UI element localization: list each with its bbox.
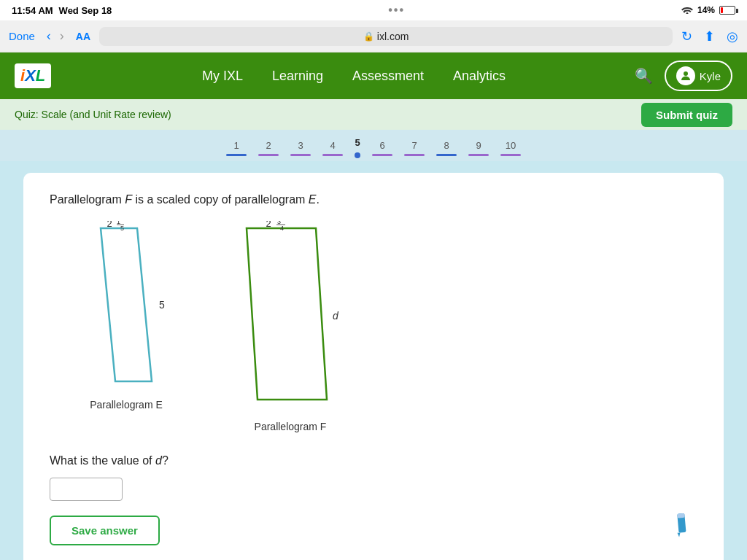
nav-right: 🔍 Kyle: [635, 61, 732, 91]
progress-item-2[interactable]: 2: [258, 140, 279, 156]
logo-x: X: [25, 66, 36, 85]
progress-num-9: 9: [476, 140, 481, 151]
compass-button[interactable]: ◎: [727, 28, 738, 44]
submit-quiz-button[interactable]: Submit quiz: [641, 103, 732, 127]
svg-text:4: 4: [280, 225, 284, 232]
progress-num-2: 2: [266, 140, 271, 151]
progress-num-1: 1: [233, 140, 239, 151]
date-display: Wed Sep 18: [59, 5, 112, 16]
reload-button[interactable]: ↻: [681, 28, 692, 44]
progress-num-8: 8: [444, 140, 449, 151]
parallelogram-f-label: Parallelogram F: [255, 421, 327, 432]
progress-item-5[interactable]: 5: [355, 137, 360, 158]
svg-marker-1: [101, 228, 152, 381]
svg-rect-15: [677, 513, 684, 518]
progress-num-3: 3: [298, 140, 303, 151]
user-avatar: [676, 66, 695, 85]
sub-nav: Quiz: Scale (and Unit Rate review) Submi…: [0, 99, 747, 130]
url-bar[interactable]: 🔒 ixl.com: [99, 27, 673, 46]
svg-text:5: 5: [120, 225, 124, 232]
nav-analytics[interactable]: Analytics: [453, 69, 506, 84]
progress-item-7[interactable]: 7: [404, 140, 425, 156]
svg-marker-14: [678, 532, 681, 537]
user-menu-button[interactable]: Kyle: [665, 61, 732, 91]
battery-icon: [719, 6, 735, 15]
nav-bar: i X L My IXL Learning Assessment Analyti…: [0, 52, 747, 99]
progress-num-5: 5: [355, 137, 360, 148]
main-content: Parallelogram F is a scaled copy of para…: [0, 161, 747, 560]
battery-percent: 14%: [697, 5, 715, 15]
progress-num-7: 7: [411, 140, 417, 151]
progress-num-10: 10: [506, 140, 516, 151]
search-icon[interactable]: 🔍: [635, 67, 653, 85]
progress-item-10[interactable]: 10: [500, 140, 521, 156]
text-size-button[interactable]: AA: [76, 31, 90, 42]
diagram-f: 2 3 4 d Parallelogram F: [232, 221, 349, 432]
nav-learning[interactable]: Learning: [272, 69, 323, 84]
share-button[interactable]: ⬆: [704, 28, 715, 44]
back-button[interactable]: ‹: [44, 28, 54, 44]
diagram-e: 2 1 5 5 Parallelogram E: [79, 221, 174, 411]
answer-prompt: What is the value of d?: [50, 454, 697, 467]
question-statement: Parallelogram F is a scaled copy of para…: [50, 193, 697, 206]
nav-myixl[interactable]: My IXL: [202, 69, 243, 84]
done-button[interactable]: Done: [9, 30, 35, 42]
progress-num-4: 4: [330, 140, 335, 151]
wifi-icon: [681, 5, 693, 16]
progress-item-8[interactable]: 8: [436, 140, 457, 156]
parallelogram-e-svg: 2 1 5 5: [79, 221, 174, 392]
logo-l: L: [36, 66, 45, 85]
browser-bar: Done ‹ › AA 🔒 ixl.com ↻ ⬆ ◎: [0, 20, 747, 52]
progress-item-1[interactable]: 1: [226, 140, 247, 156]
svg-point-0: [684, 71, 688, 76]
progress-item-4[interactable]: 4: [322, 140, 343, 156]
answer-area: What is the value of d? Save answer: [50, 454, 697, 545]
ixl-logo[interactable]: i X L: [15, 63, 51, 88]
url-text: ixl.com: [377, 31, 409, 42]
progress-num-6: 6: [379, 140, 384, 151]
svg-text:2: 2: [107, 221, 112, 229]
browser-actions: ↻ ⬆ ◎: [681, 28, 738, 44]
progress-bar: 1 2 3 4 5 6 7 8 9 10: [0, 130, 747, 161]
parallelogram-e-label: Parallelogram E: [90, 399, 163, 411]
answer-input[interactable]: [50, 478, 123, 501]
progress-item-3[interactable]: 3: [290, 140, 311, 156]
quiz-title: Quiz: Scale (and Unit Rate review): [15, 109, 171, 120]
lock-icon: 🔒: [363, 31, 374, 42]
progress-item-9[interactable]: 9: [468, 140, 489, 156]
dots-menu: •••: [388, 4, 405, 17]
status-bar: 11:54 AM Wed Sep 18 ••• 14%: [0, 0, 747, 20]
diagrams-container: 2 1 5 5 Parallelogram E: [79, 221, 697, 432]
parallelogram-f-svg: 2 3 4 d: [232, 221, 349, 413]
browser-navigation: ‹ ›: [44, 28, 67, 44]
forward-button[interactable]: ›: [57, 28, 67, 44]
question-card: Parallelogram F is a scaled copy of para…: [23, 173, 724, 560]
svg-text:5: 5: [159, 299, 165, 311]
nav-links: My IXL Learning Assessment Analytics: [73, 69, 635, 84]
nav-assessment[interactable]: Assessment: [352, 69, 424, 84]
svg-text:2: 2: [266, 221, 271, 229]
progress-item-6[interactable]: 6: [372, 140, 392, 156]
time-display: 11:54 AM: [12, 5, 53, 16]
svg-text:d: d: [333, 310, 339, 322]
username-label: Kyle: [700, 70, 721, 82]
save-answer-button[interactable]: Save answer: [50, 516, 160, 545]
svg-marker-7: [247, 228, 327, 400]
